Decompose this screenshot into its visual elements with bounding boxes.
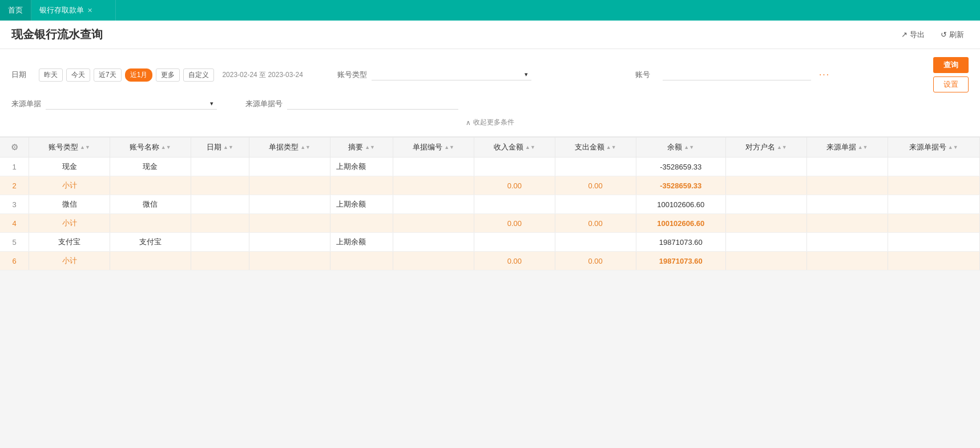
cell-account-name bbox=[110, 252, 191, 271]
col-header-source_doc_no[interactable]: 来源单据号▲▼ bbox=[888, 138, 979, 158]
cell-doc-type bbox=[249, 233, 330, 252]
cell-account-type: 现金 bbox=[29, 158, 110, 176]
nav-tabs: 收款单✕付款单✕其他收入单✕应收应付调整单✕银行存取款单✕预收冲应收单✕收款核销… bbox=[31, 0, 116, 21]
nav-home[interactable]: 首页 bbox=[0, 0, 31, 21]
cell-income bbox=[474, 158, 555, 176]
cell-date bbox=[191, 195, 249, 214]
export-button[interactable]: ↗ 导出 bbox=[897, 27, 929, 42]
cell-income bbox=[474, 195, 555, 214]
table-container: ⚙账号类型▲▼账号名称▲▼日期▲▼单据类型▲▼摘要▲▼单据编号▲▼收入金额▲▼支… bbox=[0, 137, 980, 271]
cell-expense: 0.00 bbox=[555, 176, 636, 195]
cell-source-doc-no bbox=[888, 214, 979, 233]
action-buttons: 查询 设置 bbox=[933, 57, 969, 92]
col-header-source_doc[interactable]: 来源单据▲▼ bbox=[806, 138, 888, 158]
cell-source-doc-no bbox=[888, 252, 979, 271]
cell-doc-no bbox=[393, 214, 474, 233]
cell-income: 0.00 bbox=[474, 176, 555, 195]
sort-icon-income: ▲▼ bbox=[525, 145, 535, 150]
cell-expense bbox=[555, 233, 636, 252]
col-header-summary[interactable]: 摘要▲▼ bbox=[330, 138, 393, 158]
cell-summary: 上期余额 bbox=[330, 158, 393, 176]
col-header-counterparty[interactable]: 对方户名▲▼ bbox=[725, 138, 806, 158]
source-doc-label: 来源单据 bbox=[11, 99, 41, 109]
cell-expense bbox=[555, 195, 636, 214]
date-filter-group: 日期 昨天今天近7天近1月更多自定义 2023-02-24 至 2023-03-… bbox=[11, 68, 303, 82]
col-header-doc_no[interactable]: 单据编号▲▼ bbox=[393, 138, 474, 158]
col-header-account_name[interactable]: 账号名称▲▼ bbox=[110, 138, 191, 158]
sort-icon-balance: ▲▼ bbox=[684, 145, 694, 150]
cell-num: 5 bbox=[0, 233, 29, 252]
col-header-expense[interactable]: 支出金额▲▼ bbox=[555, 138, 636, 158]
sort-icon-doc_no: ▲▼ bbox=[444, 145, 454, 150]
cell-summary bbox=[330, 176, 393, 195]
date-option-自定义[interactable]: 自定义 bbox=[183, 68, 214, 82]
refresh-button[interactable]: ↺ 刷新 bbox=[936, 27, 969, 42]
page-header: 现金银行流水查询 ↗ 导出 ↺ 刷新 bbox=[0, 21, 980, 49]
cell-counterparty bbox=[725, 195, 806, 214]
filter-row-2: 来源单据 ▾ 来源单据号 bbox=[11, 98, 969, 110]
cell-doc-type bbox=[249, 214, 330, 233]
export-icon: ↗ bbox=[901, 30, 908, 39]
cell-counterparty bbox=[725, 233, 806, 252]
cell-date bbox=[191, 158, 249, 176]
collapse-bar[interactable]: ∧ 收起更多条件 bbox=[11, 115, 969, 132]
cell-account-name bbox=[110, 176, 191, 195]
cell-doc-no bbox=[393, 233, 474, 252]
sort-icon-doc_type: ▲▼ bbox=[300, 145, 310, 150]
sort-icon-date: ▲▼ bbox=[223, 145, 233, 150]
col-header-income[interactable]: 收入金额▲▼ bbox=[474, 138, 555, 158]
query-button[interactable]: 查询 bbox=[933, 57, 969, 73]
cell-account-type: 小计 bbox=[29, 252, 110, 271]
account-type-select[interactable]: ▾ bbox=[372, 69, 531, 80]
filter-row-1: 日期 昨天今天近7天近1月更多自定义 2023-02-24 至 2023-03-… bbox=[11, 57, 969, 92]
col-header-account_type[interactable]: 账号类型▲▼ bbox=[29, 138, 110, 158]
filter-area: 日期 昨天今天近7天近1月更多自定义 2023-02-24 至 2023-03-… bbox=[0, 49, 980, 137]
cell-balance: -3528659.33 bbox=[636, 158, 725, 176]
data-table: ⚙账号类型▲▼账号名称▲▼日期▲▼单据类型▲▼摘要▲▼单据编号▲▼收入金额▲▼支… bbox=[0, 137, 980, 271]
cell-num: 2 bbox=[0, 176, 29, 195]
date-option-近7天[interactable]: 近7天 bbox=[94, 68, 122, 82]
cell-income bbox=[474, 233, 555, 252]
table-row: 1现金现金上期余额-3528659.33 bbox=[0, 158, 980, 176]
date-option-昨天[interactable]: 昨天 bbox=[39, 68, 63, 82]
sort-icon-expense: ▲▼ bbox=[606, 145, 616, 150]
cell-account-type: 微信 bbox=[29, 195, 110, 214]
cell-account-type: 小计 bbox=[29, 214, 110, 233]
table-row: 6小计0.000.0019871073.60 bbox=[0, 252, 980, 271]
date-option-更多[interactable]: 更多 bbox=[156, 68, 180, 82]
source-doc-no-input[interactable] bbox=[287, 98, 458, 110]
date-option-近1月[interactable]: 近1月 bbox=[125, 68, 153, 82]
col-header-date[interactable]: 日期▲▼ bbox=[191, 138, 249, 158]
table-body: 1现金现金上期余额-3528659.332小计0.000.00-3528659.… bbox=[0, 158, 980, 271]
col-header-balance[interactable]: 余额▲▼ bbox=[636, 138, 725, 158]
account-type-label: 账号类型 bbox=[337, 70, 367, 80]
cell-num: 6 bbox=[0, 252, 29, 271]
account-label: 账号 bbox=[635, 70, 658, 80]
cell-source-doc-no bbox=[888, 158, 979, 176]
col-header-doc_type[interactable]: 单据类型▲▼ bbox=[249, 138, 330, 158]
cell-income: 0.00 bbox=[474, 252, 555, 271]
cell-income: 0.00 bbox=[474, 214, 555, 233]
cell-source-doc bbox=[806, 252, 888, 271]
date-option-今天[interactable]: 今天 bbox=[66, 68, 90, 82]
date-label: 日期 bbox=[11, 70, 34, 80]
settings-button[interactable]: 设置 bbox=[933, 76, 969, 92]
cell-source-doc bbox=[806, 195, 888, 214]
cell-summary: 上期余额 bbox=[330, 195, 393, 214]
sort-icon-source_doc_no: ▲▼ bbox=[948, 145, 958, 150]
cell-source-doc-no bbox=[888, 233, 979, 252]
tab-close-icon[interactable]: ✕ bbox=[87, 7, 92, 14]
cell-doc-no bbox=[393, 252, 474, 271]
account-input[interactable] bbox=[663, 69, 811, 80]
nav-tab-银行存取款单[interactable]: 银行存取款单✕ bbox=[31, 0, 116, 21]
cell-account-name: 支付宝 bbox=[110, 233, 191, 252]
cell-account-name: 现金 bbox=[110, 158, 191, 176]
cell-doc-type bbox=[249, 176, 330, 195]
cell-account-name: 微信 bbox=[110, 195, 191, 214]
source-doc-select[interactable]: ▾ bbox=[46, 98, 217, 110]
top-nav: 首页 收款单✕付款单✕其他收入单✕应收应付调整单✕银行存取款单✕预收冲应收单✕收… bbox=[0, 0, 980, 21]
cell-summary: 上期余额 bbox=[330, 233, 393, 252]
account-dots-button[interactable]: ··· bbox=[816, 70, 833, 80]
gear-settings-icon[interactable]: ⚙ bbox=[11, 142, 18, 152]
cell-doc-type bbox=[249, 252, 330, 271]
